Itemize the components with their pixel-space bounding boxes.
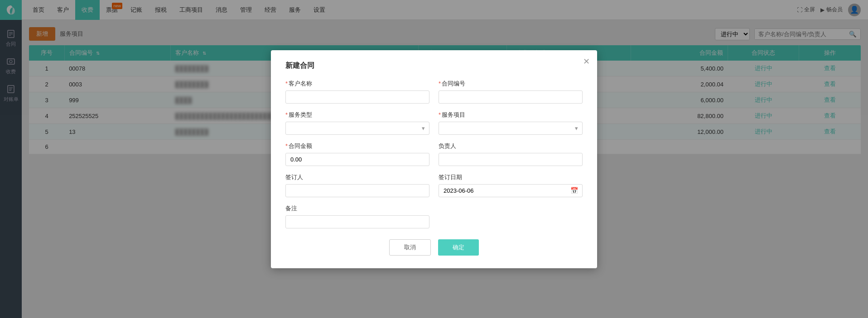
contract-no-input[interactable] xyxy=(439,90,583,104)
confirm-button[interactable]: 确定 xyxy=(438,239,479,256)
form-row-2: * 服务类型 * 服务项目 xyxy=(285,111,583,135)
contract-amount-label: * 合同金额 xyxy=(285,142,429,150)
field-contract-amount: * 合同金额 xyxy=(285,142,429,166)
sign-date-input[interactable] xyxy=(439,184,583,197)
service-type-label: * 服务类型 xyxy=(285,111,429,119)
remark-input[interactable] xyxy=(285,215,429,228)
customer-name-label: * 客户名称 xyxy=(285,80,429,88)
sign-date-wrapper: 📅 xyxy=(439,184,583,197)
customer-name-input[interactable] xyxy=(285,90,429,104)
modal-footer: 取消 确定 xyxy=(285,239,583,256)
form-row-4: 签订人 签订日期 📅 xyxy=(285,173,583,197)
signer-input[interactable] xyxy=(285,184,429,197)
required-star-3: * xyxy=(285,111,288,118)
remark-label: 备注 xyxy=(285,204,583,213)
field-contract-no: * 合同编号 xyxy=(439,80,583,104)
signer-label: 签订人 xyxy=(285,173,429,181)
cancel-button[interactable]: 取消 xyxy=(389,239,431,256)
contract-no-label: * 合同编号 xyxy=(439,80,583,88)
modal-overlay: 新建合同 ✕ * 客户名称 * 合同编号 xyxy=(0,0,868,318)
contract-amount-input[interactable] xyxy=(285,153,429,166)
field-customer-name: * 客户名称 xyxy=(285,80,429,104)
service-item-wrapper xyxy=(439,122,583,135)
form-row-3: * 合同金额 负责人 xyxy=(285,142,583,166)
person-in-charge-label: 负责人 xyxy=(439,142,583,150)
required-star: * xyxy=(285,80,288,87)
person-in-charge-input[interactable] xyxy=(439,153,583,166)
required-star-4: * xyxy=(439,111,441,118)
service-type-wrapper xyxy=(285,122,429,135)
field-remark: 备注 xyxy=(285,204,583,228)
required-star-5: * xyxy=(285,142,288,149)
modal-title: 新建合同 xyxy=(285,61,583,71)
service-type-select[interactable] xyxy=(285,122,429,135)
service-item-label: * 服务项目 xyxy=(439,111,583,119)
field-service-item: * 服务项目 xyxy=(439,111,583,135)
field-signer: 签订人 xyxy=(285,173,429,197)
service-item-select[interactable] xyxy=(439,122,583,135)
field-sign-date: 签订日期 📅 xyxy=(439,173,583,197)
new-contract-modal: 新建合同 ✕ * 客户名称 * 合同编号 xyxy=(271,50,597,268)
form-row-1: * 客户名称 * 合同编号 xyxy=(285,80,583,104)
field-service-type: * 服务类型 xyxy=(285,111,429,135)
modal-close-button[interactable]: ✕ xyxy=(583,57,590,66)
field-person-in-charge: 负责人 xyxy=(439,142,583,166)
required-star-2: * xyxy=(439,80,441,87)
form-row-5: 备注 xyxy=(285,204,583,228)
sign-date-label: 签订日期 xyxy=(439,173,583,181)
